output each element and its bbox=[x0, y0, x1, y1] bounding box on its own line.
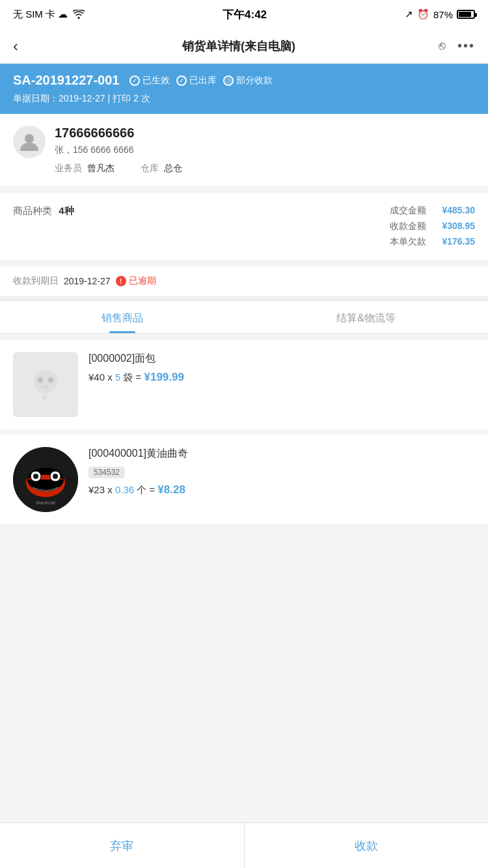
svg-text:blackcat: blackcat bbox=[36, 500, 55, 506]
header-band: SA-20191227-001 ✓ 已生效 ✓ 已出库 ◷ 部分收款 单据日期：… bbox=[0, 64, 488, 114]
deal-amount-row: 成交金额 ¥485.30 bbox=[390, 205, 475, 217]
back-button[interactable]: ‹ bbox=[13, 37, 39, 55]
customer-phone: 17666666666 bbox=[55, 126, 475, 141]
due-section: 收款到期日 2019-12-27 ! 已逾期 bbox=[0, 266, 488, 301]
due-date: 2019-12-27 bbox=[64, 276, 111, 286]
status-tags: ✓ 已生效 ✓ 已出库 ◷ 部分收款 bbox=[129, 75, 273, 87]
overdue-label: 已逾期 bbox=[129, 275, 156, 287]
due-label: 收款到期日 bbox=[13, 275, 59, 287]
confirm-button[interactable]: 收款 bbox=[245, 823, 489, 868]
product-card: 量+ [0000002]面包 ¥40 x 5 袋 = ¥199.99 bbox=[0, 340, 488, 429]
collected-row: 收款金额 ¥308.95 bbox=[390, 221, 475, 232]
check-icon-1: ✓ bbox=[129, 75, 140, 86]
cancel-button[interactable]: 弃审 bbox=[0, 823, 245, 868]
category-summary: 商品种类 4种 bbox=[13, 205, 74, 248]
debt-row: 本单欠款 ¥176.35 bbox=[390, 236, 475, 248]
status-partial: ◷ 部分收款 bbox=[223, 75, 273, 87]
tab-products[interactable]: 销售商品 bbox=[0, 301, 244, 333]
order-id: SA-20191227-001 bbox=[13, 73, 119, 88]
customer-meta: 业务员 曾凡杰 仓库 总仓 bbox=[55, 163, 475, 174]
customer-info: 17666666666 张，156 6666 6666 业务员 曾凡杰 仓库 总… bbox=[55, 126, 475, 174]
product-tag-2: 534532 bbox=[88, 467, 125, 478]
product-price-2: ¥23 x 0.36 个 = ¥8.28 bbox=[88, 483, 475, 496]
customer-avatar bbox=[13, 126, 46, 158]
summary-section: 商品种类 4种 成交金额 ¥485.30 收款金额 ¥308.95 本单欠款 ¥… bbox=[0, 193, 488, 260]
more-icon[interactable]: ••• bbox=[457, 38, 475, 53]
check-icon-2: ✓ bbox=[176, 75, 187, 86]
svg-text:量+: 量+ bbox=[42, 394, 50, 400]
alarm-icon: ⏰ bbox=[417, 8, 429, 20]
product-name-1: [0000002]面包 bbox=[88, 352, 475, 366]
status-bar-time: 下午4:42 bbox=[223, 7, 267, 22]
clock-icon: ◷ bbox=[223, 75, 234, 86]
status-bar: 无 SIM 卡 ☁ 下午4:42 ↗ ⏰ 87% bbox=[0, 0, 488, 29]
nav-bar: ‹ 销货单详情(来自电脑) ⎋ ••• bbox=[0, 29, 488, 64]
bottom-bar: 弃审 收款 bbox=[0, 822, 488, 868]
product-details-1: [0000002]面包 ¥40 x 5 袋 = ¥199.99 bbox=[88, 352, 475, 384]
status-bar-left: 无 SIM 卡 ☁ bbox=[13, 8, 85, 21]
wifi-icon bbox=[73, 10, 85, 19]
sales-person: 业务员 曾凡杰 bbox=[55, 163, 115, 174]
svg-point-5 bbox=[49, 379, 53, 382]
share-icon[interactable]: ⎋ bbox=[439, 39, 446, 53]
svg-point-1 bbox=[34, 370, 57, 393]
location-icon: ↗ bbox=[405, 8, 413, 20]
page-title: 销货单详情(来自电脑) bbox=[182, 38, 295, 54]
svg-point-0 bbox=[25, 134, 34, 143]
sim-status: 无 SIM 卡 ☁ bbox=[13, 8, 68, 21]
status-effected: ✓ 已生效 bbox=[129, 75, 170, 87]
svg-point-12 bbox=[33, 474, 38, 479]
customer-contact: 张，156 6666 6666 bbox=[55, 144, 475, 156]
tab-settlement[interactable]: 结算&物流等 bbox=[244, 301, 488, 333]
svg-point-13 bbox=[53, 474, 58, 479]
product-details-2: [000400001]黄油曲奇 534532 ¥23 x 0.36 个 = ¥8… bbox=[88, 447, 475, 496]
customer-section: 17666666666 张，156 6666 6666 业务员 曾凡杰 仓库 总… bbox=[0, 114, 488, 187]
product-card: blackcat [000400001]黄油曲奇 534532 ¥23 x 0.… bbox=[0, 435, 488, 524]
tabs-container: 销售商品 结算&物流等 bbox=[0, 301, 488, 334]
status-bar-right: ↗ ⏰ 87% bbox=[405, 8, 475, 20]
order-date-line: 单据日期：2019-12-27 | 打印 2 次 bbox=[13, 93, 475, 105]
battery-icon bbox=[457, 10, 475, 19]
product-image-2: blackcat bbox=[13, 447, 78, 512]
svg-point-4 bbox=[39, 379, 42, 382]
product-image-1: 量+ bbox=[13, 352, 78, 417]
products-section: 量+ [0000002]面包 ¥40 x 5 袋 = ¥199.99 bbox=[0, 340, 488, 524]
product-price-1: ¥40 x 5 袋 = ¥199.99 bbox=[88, 371, 475, 384]
nav-actions: ⎋ ••• bbox=[439, 38, 475, 53]
overdue-badge: ! 已逾期 bbox=[116, 275, 156, 287]
amount-summary: 成交金额 ¥485.30 收款金额 ¥308.95 本单欠款 ¥176.35 bbox=[390, 205, 475, 248]
status-shipped: ✓ 已出库 bbox=[176, 75, 217, 87]
product-name-2: [000400001]黄油曲奇 bbox=[88, 447, 475, 461]
overdue-icon: ! bbox=[116, 276, 126, 286]
battery-percent: 87% bbox=[433, 9, 453, 20]
warehouse: 仓库 总仓 bbox=[141, 163, 182, 174]
